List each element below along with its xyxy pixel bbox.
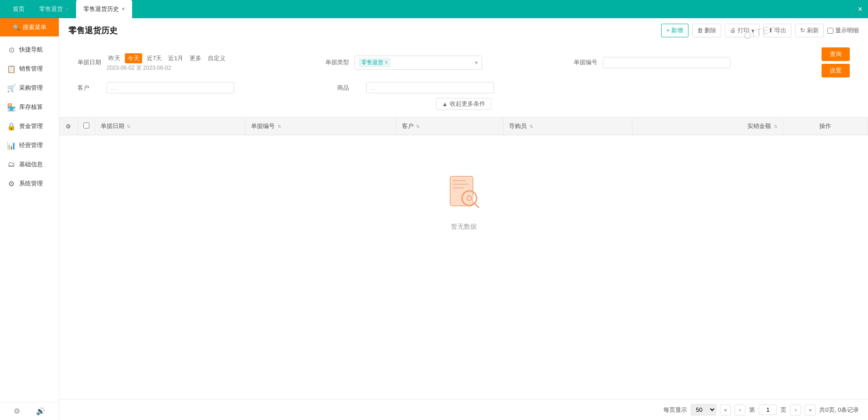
home-icon: ⊙ xyxy=(7,46,15,54)
tab-home[interactable]: 首页 xyxy=(5,0,32,18)
new-button[interactable]: + 新增 xyxy=(661,24,688,37)
show-detail-checkbox[interactable] xyxy=(827,28,833,34)
sidebar-item-operations[interactable]: 📊 经营管理 xyxy=(0,136,59,155)
date-filter-label: 单据日期 xyxy=(77,58,103,67)
sort-amount-icon: ⇅ xyxy=(774,124,777,129)
th-amount[interactable]: 实销金额 ⇅ xyxy=(632,118,783,135)
customer-label: 客户 xyxy=(77,84,103,92)
pagination: 每页显示 50 100 200 « ‹ 第 页 › » 共0页, 0条记录 xyxy=(59,399,868,420)
export-button[interactable]: ⬆ 导出 xyxy=(763,24,792,37)
th-voucher-no[interactable]: 单据编号 ⇅ xyxy=(246,118,396,135)
th-checkbox[interactable] xyxy=(77,118,95,135)
th-actions: 操作 xyxy=(783,118,868,135)
close-retail-return-history-tab[interactable]: × xyxy=(122,6,125,12)
collapse-icon: ▲ xyxy=(442,101,448,108)
page-header: 零售退货历史 + 新增 🗑 删除 🖨 打印 ▾ ⬆ 导出 ↻ 刷新 显示明细 xyxy=(59,18,868,118)
page-number-input[interactable] xyxy=(759,405,777,415)
per-page-label: 每页显示 xyxy=(663,406,687,414)
dropdown-arrow-icon: ▾ xyxy=(475,59,478,66)
th-customer[interactable]: 客户 ⇅ xyxy=(396,118,503,135)
collapse-label: 收起更多条件 xyxy=(450,100,485,108)
tab-retail-return-history[interactable]: 零售退货历史 × xyxy=(76,0,132,18)
window-close-button[interactable]: × xyxy=(858,5,863,14)
refresh-button[interactable]: ↻ 刷新 xyxy=(795,24,824,37)
select-all-checkbox[interactable] xyxy=(83,123,89,128)
sales-icon: 📋 xyxy=(7,65,15,73)
gear-button[interactable]: ⚙ xyxy=(14,407,20,415)
show-detail-checkbox-label[interactable]: 显示明细 xyxy=(827,26,859,35)
sort-date-icon: ⇅ xyxy=(127,124,130,129)
filter-goods: 商品 ... xyxy=(337,82,590,93)
date-opt-more[interactable]: 更多 xyxy=(188,53,203,63)
first-page-button[interactable]: « xyxy=(720,405,731,415)
page-title-row: 零售退货历史 + 新增 🗑 删除 🖨 打印 ▾ ⬆ 导出 ↻ 刷新 显示明细 xyxy=(68,24,859,37)
query-button[interactable]: 查询 xyxy=(822,47,850,61)
sidebar-item-finance[interactable]: 🔒 资金管理 xyxy=(0,117,59,136)
top-bar: 首页 零售退货 × 零售退货历史 × × xyxy=(0,0,868,18)
voucher-type-tag-close[interactable]: × xyxy=(385,59,388,66)
sidebar-item-quick-nav[interactable]: ⊙ 快捷导航 xyxy=(0,40,59,59)
svg-rect-2 xyxy=(452,184,468,185)
prev-page-button[interactable]: ‹ xyxy=(734,405,745,415)
sidebar-item-basic-info[interactable]: 🗂 基础信息 xyxy=(0,155,59,174)
svg-point-5 xyxy=(465,194,474,203)
tab-retail-return[interactable]: 零售退货 × xyxy=(32,0,76,18)
settings-icon: ⚙ xyxy=(66,123,71,130)
delete-button[interactable]: 🗑 删除 xyxy=(692,24,722,37)
filter-date: 单据日期 昨天 今天 近7天 近1月 更多 自定义 2023-06-02 至 2… xyxy=(77,53,318,72)
chevron-down-icon: ▾ xyxy=(751,27,755,34)
sort-customer-icon: ⇅ xyxy=(416,124,420,129)
filter-area: 单据日期 昨天 今天 近7天 近1月 更多 自定义 2023-06-02 至 2… xyxy=(68,43,859,117)
next-page-button[interactable]: › xyxy=(790,405,801,415)
date-opt-today[interactable]: 今天 xyxy=(125,53,142,63)
empty-text: 暂无数据 xyxy=(451,223,477,231)
sidebar-item-purchase[interactable]: 🛒 采购管理 xyxy=(0,78,59,97)
voucher-no-input[interactable] xyxy=(603,57,730,68)
date-options-block: 昨天 今天 近7天 近1月 更多 自定义 2023-06-02 至 2023-0… xyxy=(107,53,227,72)
voucher-type-tag: 零售退货 × xyxy=(359,58,390,67)
date-opt-custom[interactable]: 自定义 xyxy=(206,53,227,63)
action-buttons: 查询 设置 xyxy=(822,47,850,77)
total-label: 共0页, 0条记录 xyxy=(819,406,859,414)
sidebar-search[interactable]: 🔍 搜索菜单 xyxy=(0,18,59,36)
voucher-type-select[interactable]: 零售退货 × ▾ xyxy=(354,56,482,70)
date-opt-1month[interactable]: 近1月 xyxy=(166,53,185,63)
page-title: 零售退货历史 xyxy=(68,25,118,36)
th-settings[interactable]: ⚙ xyxy=(59,118,77,135)
table-header-row: ⚙ 单据日期 ⇅ 单据编号 ⇅ xyxy=(59,118,868,135)
tab-list: 首页 零售退货 × 零售退货历史 × xyxy=(5,0,858,18)
page-label: 页 xyxy=(781,406,786,414)
filter-voucher-type: 单据类型 零售退货 × ▾ xyxy=(325,56,566,70)
collapse-button[interactable]: ▲ 收起更多条件 xyxy=(436,98,491,110)
date-opt-7days[interactable]: 近7天 xyxy=(145,53,164,63)
sort-vno-icon: ⇅ xyxy=(277,124,281,129)
date-opt-yesterday[interactable]: 昨天 xyxy=(107,53,122,63)
sort-guide-icon: ⇅ xyxy=(529,124,533,129)
print-button[interactable]: 🖨 打印 ▾ xyxy=(725,24,760,37)
sidebar-item-sales[interactable]: 📋 销售管理 xyxy=(0,59,59,78)
th-date[interactable]: 单据日期 ⇅ xyxy=(95,118,246,135)
filter-customer: 客户 ... xyxy=(77,82,330,93)
last-page-button[interactable]: » xyxy=(805,405,816,415)
th-guide[interactable]: 导购员 ⇅ xyxy=(503,118,632,135)
date-options: 昨天 今天 近7天 近1月 更多 自定义 xyxy=(107,53,227,63)
sidebar-item-inventory[interactable]: 🏪 库存核算 xyxy=(0,97,59,117)
system-icon: ⚙ xyxy=(7,179,15,188)
finance-icon: 🔒 xyxy=(7,122,15,130)
svg-line-6 xyxy=(474,203,478,207)
per-page-select[interactable]: 50 100 200 xyxy=(691,404,716,415)
svg-rect-3 xyxy=(452,187,464,189)
sidebar-item-system[interactable]: ⚙ 系统管理 xyxy=(0,174,59,193)
goods-select[interactable]: ... xyxy=(366,82,494,93)
customer-select[interactable]: ... xyxy=(107,82,234,93)
table-area: ⚙ 单据日期 ⇅ 单据编号 ⇅ xyxy=(59,118,868,420)
basic-info-icon: 🗂 xyxy=(7,160,15,169)
close-retail-return-tab[interactable]: × xyxy=(66,6,69,12)
date-range-display: 2023-06-02 至 2023-06-02 xyxy=(107,64,227,72)
speaker-button[interactable]: 🔊 xyxy=(36,407,45,415)
goods-label: 商品 xyxy=(337,84,363,92)
settings-button[interactable]: 设置 xyxy=(822,64,850,77)
svg-rect-1 xyxy=(452,180,466,181)
content-area: 零售退货历史 + 新增 🗑 删除 🖨 打印 ▾ ⬆ 导出 ↻ 刷新 显示明细 xyxy=(59,18,868,420)
sidebar-nav: ⊙ 快捷导航 📋 销售管理 🛒 采购管理 🏪 库存核算 🔒 资金管理 📊 xyxy=(0,36,59,402)
